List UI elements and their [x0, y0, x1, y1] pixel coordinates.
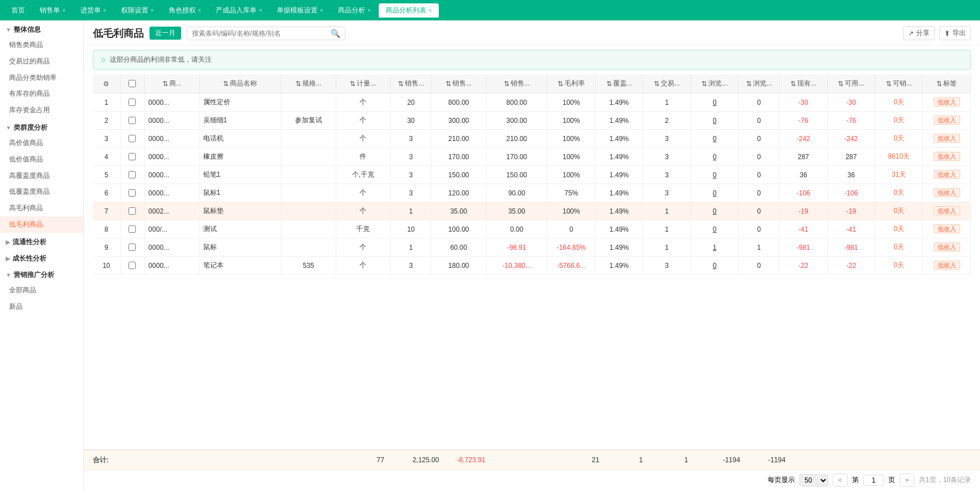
row-current: 36 [780, 166, 827, 184]
settings-icon[interactable]: ⚙ [103, 80, 109, 88]
sidebar-item-交易过的商品[interactable]: 交易过的商品 [0, 53, 83, 70]
next-page-button[interactable]: ＞ [900, 474, 914, 487]
col-header-view2[interactable]: ⇅浏览... [738, 74, 779, 93]
col-header-sales_qty[interactable]: ⇅销售... [391, 74, 431, 93]
sidebar-item-低毛利商品[interactable]: 低毛利商品 [0, 216, 83, 233]
row-select-checkbox[interactable] [129, 135, 136, 142]
col-header-settings[interactable]: ⚙ [93, 74, 120, 93]
nav-item-首页[interactable]: 首页 [5, 3, 32, 18]
sidebar-group-营销推广分析[interactable]: ▼营销推广分析 [0, 266, 83, 282]
row-select-checkbox[interactable] [129, 189, 136, 197]
sidebar-item-商品分类助销率[interactable]: 商品分类助销率 [0, 70, 83, 86]
view1-link[interactable]: 0 [713, 135, 717, 143]
row-select-checkbox[interactable] [129, 225, 136, 233]
col-header-saleable[interactable]: ⇅可销... [875, 74, 923, 93]
sidebar-item-库存资金占用[interactable]: 库存资金占用 [0, 102, 83, 118]
view1-link[interactable]: 0 [713, 117, 717, 125]
row-unit: 千克 [336, 220, 390, 238]
search-icon[interactable]: 🔍 [331, 29, 340, 38]
table-row: 60000...鼠标1个3120.0090.0075%1.49%300-106-… [93, 184, 971, 202]
nav-item-进货单[interactable]: 进货单× [74, 3, 113, 18]
nav-close-icon[interactable]: × [198, 7, 202, 14]
row-select-checkbox[interactable] [129, 99, 136, 106]
nav-item-单据模板设置[interactable]: 单据模板设置× [270, 3, 330, 18]
current-page-input[interactable] [863, 475, 884, 486]
sidebar-group-类群度分析[interactable]: ▼类群度分析 [0, 118, 83, 135]
view1-link[interactable]: 0 [713, 153, 717, 161]
col-header-view1[interactable]: ⇅浏览... [691, 74, 738, 93]
prev-page-button[interactable]: ＜ [833, 474, 848, 487]
sidebar-item-高毛利商品[interactable]: 高毛利商品 [0, 200, 83, 216]
view1-link[interactable]: 0 [713, 189, 717, 197]
col-header-trade_count[interactable]: ⇅交易... [643, 74, 691, 93]
row-available: -22 [827, 257, 875, 275]
group-arrow-icon: ▼ [6, 272, 11, 278]
row-select-checkbox[interactable] [129, 153, 136, 160]
view1-link[interactable]: 0 [713, 171, 717, 179]
col-header-coverage[interactable]: ⇅覆盖... [595, 74, 643, 93]
select-all-checkbox[interactable] [129, 80, 136, 87]
period-button[interactable]: 近一月 [149, 27, 181, 40]
col-header-sales_amount[interactable]: ⇅销售... [486, 74, 547, 93]
pagination-bar: 每页显示 2050100 ＜ 第 页 ＞ 共1页，10条记录 [84, 470, 980, 490]
col-header-code[interactable]: ⇅商... [145, 74, 199, 93]
sidebar-item-有库存的商品[interactable]: 有库存的商品 [0, 86, 83, 102]
row-spec [281, 148, 336, 166]
col-header-spec[interactable]: ⇅规格... [281, 74, 336, 93]
row-current: -76 [780, 112, 827, 130]
row-coverage: 1.49% [595, 93, 643, 112]
view1-link[interactable]: 0 [713, 225, 717, 233]
export-button[interactable]: ⬆ 导出 [939, 26, 971, 40]
data-table: ⚙⇅商...⇅商品名称⇅规格...⇅计量...⇅销售...⇅销售...⇅销售..… [93, 74, 971, 275]
view1-link[interactable]: 0 [713, 99, 717, 106]
sidebar-item-销售类商品[interactable]: 销售类商品 [0, 37, 83, 53]
nav-close-icon[interactable]: × [429, 7, 432, 14]
sidebar-group-整体信息[interactable]: ▼整体信息 [0, 20, 83, 37]
nav-close-icon[interactable]: × [103, 7, 106, 14]
nav-item-角色授权[interactable]: 角色授权× [162, 3, 208, 18]
share-button[interactable]: ↗ 分享 [903, 26, 935, 40]
sidebar-item-全部商品[interactable]: 全部商品 [0, 282, 83, 299]
col-header-tag[interactable]: ⇅标签 [923, 74, 971, 93]
sidebar-group-成长性分析[interactable]: ▶成长性分析 [0, 249, 83, 266]
row-no: 9 [93, 238, 120, 257]
sidebar-item-高覆盖度商品[interactable]: 高覆盖度商品 [0, 168, 83, 184]
sidebar-item-低覆盖度商品[interactable]: 低覆盖度商品 [0, 184, 83, 200]
sidebar-group-流通性分析[interactable]: ▶流通性分析 [0, 233, 83, 249]
row-sales-qty: 20 [391, 93, 431, 112]
row-select-checkbox[interactable] [129, 262, 136, 269]
row-select-checkbox[interactable] [129, 244, 136, 251]
row-sales-amount: 35.00 [486, 202, 547, 220]
col-header-current[interactable]: ⇅现有... [780, 74, 827, 93]
page-size-select[interactable]: 2050100 [799, 474, 828, 487]
col-header-unit[interactable]: ⇅计量... [336, 74, 390, 93]
sidebar-item-新品[interactable]: 新品 [0, 299, 83, 315]
row-select-checkbox[interactable] [129, 171, 136, 178]
nav-close-icon[interactable]: × [320, 7, 323, 14]
row-select-checkbox[interactable] [129, 207, 136, 215]
nav-item-产成品入库单[interactable]: 产成品入库单× [209, 3, 269, 18]
row-gross-margin: 0 [547, 220, 595, 238]
col-header-name[interactable]: ⇅商品名称 [199, 74, 281, 93]
sidebar-item-高价值商品[interactable]: 高价值商品 [0, 135, 83, 151]
nav-item-权限设置[interactable]: 权限设置× [114, 3, 161, 18]
row-view2: 1 [738, 238, 779, 257]
nav-close-icon[interactable]: × [151, 7, 154, 14]
view1-link[interactable]: 0 [713, 207, 717, 215]
col-header-gross_margin[interactable]: ⇅毛利率 [547, 74, 595, 93]
nav-close-icon[interactable]: × [62, 7, 66, 14]
row-select-checkbox[interactable] [129, 117, 136, 124]
col-header-checkbox[interactable] [120, 74, 144, 93]
nav-item-商品分析[interactable]: 商品分析× [331, 3, 378, 18]
nav-close-icon[interactable]: × [367, 7, 371, 14]
row-checkbox [120, 184, 144, 202]
sidebar-item-低价值商品[interactable]: 低价值商品 [0, 151, 83, 168]
nav-close-icon[interactable]: × [259, 7, 262, 14]
view1-link[interactable]: 0 [713, 262, 717, 270]
view1-link[interactable]: 1 [713, 244, 717, 252]
col-header-sales_price[interactable]: ⇅销售... [431, 74, 486, 93]
nav-item-商品分析列表[interactable]: 商品分析列表× [379, 3, 439, 18]
col-header-available[interactable]: ⇅可用... [827, 74, 875, 93]
nav-item-销售单[interactable]: 销售单× [33, 3, 72, 18]
search-input[interactable] [192, 29, 328, 37]
